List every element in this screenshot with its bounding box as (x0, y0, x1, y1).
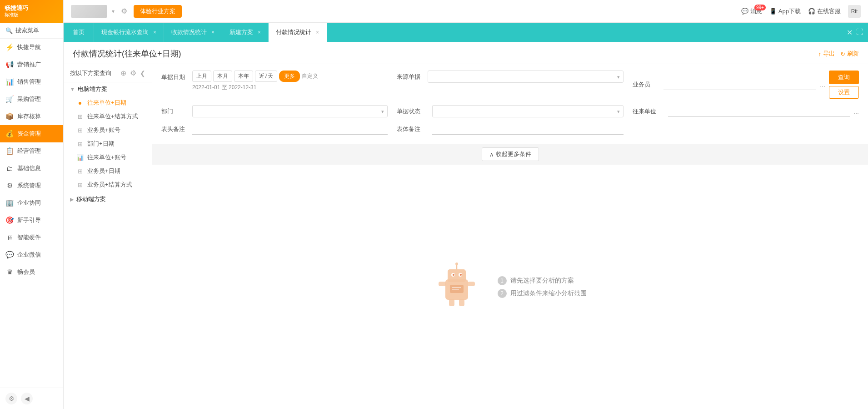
query-btn[interactable]: 查询 (829, 71, 859, 84)
scheme-sidebar: 按以下方案查询 ⊕ ⚙ ❮ ▼ 电脑端方案 ● 往来单位+日期 (64, 64, 152, 409)
sidebar: 畅捷通巧 标准版 🔍 搜索菜单 ⚡ 快捷导航 📢 营销推广 📊 销售管理 🛒 采… (0, 0, 64, 409)
sidebar-item-label: 系统管理 (17, 182, 41, 190)
vip-icon: ♛ (5, 268, 14, 276)
scheme-group-pc-header[interactable]: ▼ 电脑端方案 (64, 82, 152, 96)
sidebar-item-finance[interactable]: 💰 资金管理 (0, 125, 63, 142)
wechat-icon: 💬 (5, 251, 14, 259)
body-note-input[interactable] (432, 124, 623, 134)
tab-close-all-btn[interactable]: ✕ (847, 28, 853, 37)
system-icon: ⚙ (5, 182, 14, 190)
date-btn-this-month[interactable]: 本月 (213, 71, 232, 82)
svg-rect-10 (449, 299, 454, 306)
sidebar-nav: ⚡ 快捷导航 📢 营销推广 📊 销售管理 🛒 采购管理 📦 库存核算 💰 资金管… (0, 39, 63, 388)
export-icon: ↑ (818, 50, 822, 57)
sidebar-item-system[interactable]: ⚙ 系统管理 (0, 177, 63, 194)
sidebar-item-label: 采购管理 (17, 95, 41, 103)
tab-new-scheme[interactable]: 新建方案 × (222, 23, 269, 42)
tab-home[interactable]: 首页 (64, 23, 94, 42)
trial-btn[interactable]: 体验行业方案 (134, 5, 182, 18)
tab-receivable-close[interactable]: × (211, 29, 215, 35)
sidebar-item-label: 营销推广 (17, 61, 41, 69)
top-header: ▾ ⚙ 体验行业方案 💬 消息 99+ 📱 App下载 🎧 在线客服 Rit (64, 0, 868, 23)
dept-select[interactable] (192, 105, 388, 117)
sidebar-item-vip[interactable]: ♛ 畅会员 (0, 263, 63, 281)
tab-new-scheme-close[interactable]: × (258, 29, 261, 35)
collapse-btn[interactable]: ∧ 收起更多条件 (482, 147, 539, 161)
scheme-item-partner-account[interactable]: 📊 往来单位+账号 (64, 151, 152, 164)
scheme-item-partner-settlement[interactable]: ⊞ 往来单位+结算方式 (64, 110, 152, 123)
sidebar-item-newbie[interactable]: 🎯 新手引导 (0, 212, 63, 229)
online-service-btn[interactable]: 🎧 在线客服 (808, 7, 841, 15)
staff-input[interactable] (663, 79, 817, 90)
basic-icon: 🗂 (5, 164, 14, 172)
staff-more-btn[interactable]: ... (820, 81, 825, 88)
tab-bank-flow-close[interactable]: × (153, 29, 156, 35)
svg-rect-9 (468, 282, 475, 286)
notification-badge: 99+ (754, 5, 766, 10)
tab-home-label: 首页 (73, 28, 85, 36)
notification-btn[interactable]: 💬 消息 99+ (741, 7, 762, 15)
empty-tips: 1 请先选择要分析的方案 2 用过滤条件来缩小分析范围 (498, 276, 587, 298)
scheme-collapse-btn[interactable]: ❮ (140, 70, 145, 77)
sidebar-item-quick-nav[interactable]: ⚡ 快捷导航 (0, 39, 63, 56)
sidebar-item-sales[interactable]: 📊 销售管理 (0, 73, 63, 91)
tab-payment-stat-label: 付款情况统计 (276, 28, 311, 36)
sidebar-item-company[interactable]: 🏢 企业协同 (0, 194, 63, 212)
empty-tip-1: 1 请先选择要分析的方案 (498, 276, 587, 285)
add-scheme-btn[interactable]: ⊕ (120, 69, 126, 77)
user-dropdown-arrow[interactable]: ▾ (112, 8, 115, 15)
scheme-item-staff-date[interactable]: ⊞ 业务员+日期 (64, 164, 152, 178)
tab-bank-flow[interactable]: 现金银行流水查询 × (94, 23, 164, 42)
partner-input[interactable] (668, 106, 850, 116)
sidebar-item-inventory[interactable]: 📦 库存核算 (0, 108, 63, 125)
svg-rect-11 (459, 299, 464, 306)
purchase-icon: 🛒 (5, 95, 14, 103)
svg-point-5 (460, 274, 462, 276)
head-note-input[interactable] (192, 124, 388, 134)
scheme-query-label: 按以下方案查询 (70, 69, 111, 77)
app-download-btn[interactable]: 📱 App下载 (769, 7, 801, 15)
partner-more-btn[interactable]: ... (853, 108, 859, 115)
scheme-group-mobile-header[interactable]: ▶ 移动端方案 (64, 192, 152, 206)
settings-filter-btn[interactable]: 设置 (829, 86, 859, 99)
source-select[interactable] (428, 71, 623, 83)
tip-num-1: 1 (498, 276, 507, 285)
scheme-item-partner-date[interactable]: ● 往来单位+日期 (64, 96, 152, 110)
scheme-item-staff-settlement[interactable]: ⊞ 业务员+结算方式 (64, 178, 152, 192)
tab-payment-stat-close[interactable]: × (316, 29, 319, 35)
sidebar-footer: ⚙ ◀ (0, 388, 63, 409)
user-info (71, 5, 107, 18)
user-avatar-small (71, 5, 107, 18)
sidebar-settings-btn[interactable]: ⚙ (5, 393, 17, 404)
app-download-label: App下载 (778, 7, 801, 15)
tab-payment-stat[interactable]: 付款情况统计 × (269, 23, 327, 42)
date-btn-7days[interactable]: 近7天 (255, 71, 277, 82)
bill-status-select[interactable] (432, 105, 623, 117)
sidebar-collapse-btn[interactable]: ◀ (21, 393, 33, 404)
sidebar-item-marketing[interactable]: 📢 营销推广 (0, 56, 63, 73)
main-content: ▾ ⚙ 体验行业方案 💬 消息 99+ 📱 App下载 🎧 在线客服 Rit (64, 0, 868, 409)
date-btn-last-month[interactable]: 上月 (192, 71, 211, 82)
scheme-settings-btn[interactable]: ⚙ (130, 69, 136, 77)
filter-section: 单据日期 上月 本月 本年 近7天 更多 自定义 20 (152, 64, 868, 144)
page-header-actions: ↑ 导出 ↻ 刷新 (818, 50, 859, 62)
tab-expand-btn[interactable]: ⛶ (856, 28, 863, 36)
scheme-grid-icon-1: ⊞ (76, 113, 84, 120)
user-avatar[interactable]: Rit (848, 5, 861, 18)
sidebar-item-business[interactable]: 📋 经营管理 (0, 142, 63, 160)
date-btn-more[interactable]: 更多 (279, 71, 300, 82)
search-menu[interactable]: 🔍 搜索菜单 (0, 23, 63, 39)
sidebar-item-label: 销售管理 (17, 78, 41, 86)
collapse-row: ∧ 收起更多条件 (152, 144, 868, 165)
scheme-item-staff-account[interactable]: ⊞ 业务员+账号 (64, 123, 152, 137)
sidebar-item-basic[interactable]: 🗂 基础信息 (0, 160, 63, 177)
tab-receivable[interactable]: 收款情况统计 × (164, 23, 222, 42)
sidebar-item-wechat[interactable]: 💬 企业微信 (0, 246, 63, 263)
sidebar-item-hardware[interactable]: 🖥 智能硬件 (0, 229, 63, 246)
scheme-item-dept-date[interactable]: ⊞ 部门+日期 (64, 137, 152, 151)
date-btn-this-year[interactable]: 本年 (234, 71, 253, 82)
export-btn[interactable]: ↑ 导出 (818, 50, 835, 58)
sidebar-item-purchase[interactable]: 🛒 采购管理 (0, 91, 63, 108)
settings-gear-icon[interactable]: ⚙ (121, 7, 127, 15)
refresh-btn[interactable]: ↻ 刷新 (840, 50, 859, 58)
